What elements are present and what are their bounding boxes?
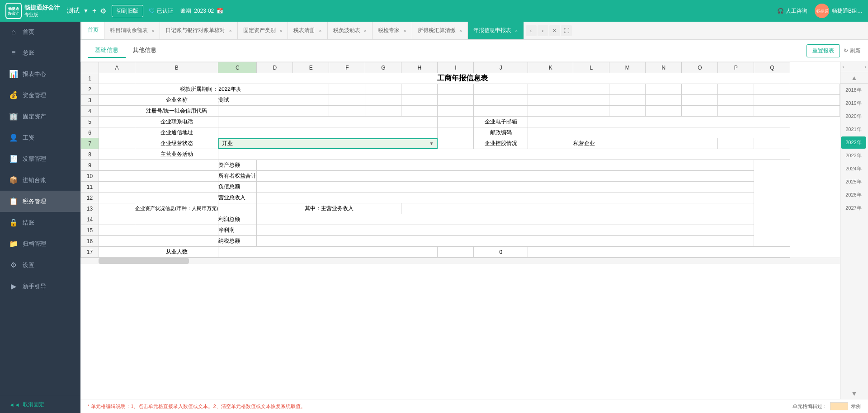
row-header-17[interactable]: 17 xyxy=(81,247,99,258)
sidebar-item-ledger[interactable]: ≡ 总账 xyxy=(0,42,80,63)
row-header-12[interactable]: 12 xyxy=(81,192,99,203)
scroll-down-btn[interactable]: ▼ xyxy=(840,388,868,399)
cell-title[interactable]: 工商年报信息表 xyxy=(135,73,790,84)
service-button[interactable]: 🎧 人工咨询 xyxy=(777,7,807,15)
cell-10d[interactable] xyxy=(257,171,754,182)
col-m[interactable]: M xyxy=(609,62,646,73)
cell-12a[interactable] xyxy=(99,192,135,203)
cell-14d[interactable] xyxy=(257,214,754,225)
sidebar-item-archive[interactable]: 📁 归档管理 xyxy=(0,233,80,254)
cell-6k[interactable] xyxy=(528,127,790,138)
cell-4p[interactable] xyxy=(754,106,790,117)
year-2027[interactable]: 2027年 xyxy=(841,202,866,214)
cell-16d[interactable] xyxy=(257,236,754,247)
sidebar-item-payroll[interactable]: 👤 工资 xyxy=(0,127,80,148)
cell-11d[interactable] xyxy=(257,182,754,192)
cell-6i[interactable] xyxy=(438,127,474,138)
col-q[interactable]: Q xyxy=(754,62,790,73)
cell-3j[interactable] xyxy=(528,95,573,106)
cell-3o[interactable] xyxy=(718,95,754,106)
cell-3m[interactable] xyxy=(646,95,682,106)
year-expand-left[interactable]: › xyxy=(842,64,844,70)
tab-taxcheck[interactable]: 税检专家 × xyxy=(373,22,412,40)
cell-4b[interactable]: 注册号/统一社会信用代码 xyxy=(135,106,218,117)
cell-9b[interactable] xyxy=(135,160,218,171)
cell-4h[interactable] xyxy=(438,106,474,117)
row-header-15[interactable]: 15 xyxy=(81,225,99,236)
cell-2b[interactable]: 税款所属期间： xyxy=(135,84,218,95)
old-version-button[interactable]: 切到旧版 xyxy=(112,5,143,17)
tab-basic[interactable]: 基础信息 xyxy=(88,43,126,58)
cell-17b[interactable]: 从业人数 xyxy=(135,247,218,258)
cell-3a[interactable] xyxy=(99,95,135,106)
calendar-icon[interactable]: 📅 xyxy=(217,8,223,14)
cell-17c[interactable] xyxy=(218,247,438,258)
row-header-2[interactable]: 2 xyxy=(81,84,99,95)
year-2018[interactable]: 2018年 xyxy=(841,84,866,96)
row-header-3[interactable]: 3 xyxy=(81,95,99,106)
cell-15c[interactable]: 净利润 xyxy=(218,225,257,236)
cell-7p[interactable] xyxy=(718,138,754,149)
cell-15b[interactable] xyxy=(135,225,218,236)
cell-3f[interactable] xyxy=(365,95,401,106)
cell-3e[interactable] xyxy=(329,95,365,106)
cell-3i[interactable] xyxy=(474,95,528,106)
cell-10b[interactable] xyxy=(135,171,218,182)
tab-close-taxreturn[interactable]: × xyxy=(319,28,321,33)
cell-3n[interactable] xyxy=(682,95,718,106)
cell-2e[interactable] xyxy=(329,84,365,95)
cell-2l[interactable] xyxy=(609,84,646,95)
row-header-8[interactable]: 8 xyxy=(81,149,99,160)
cell-3k[interactable] xyxy=(573,95,609,106)
cell-7b[interactable]: 企业经营状态 xyxy=(135,138,218,149)
tab-close-taxcheck[interactable]: × xyxy=(403,28,406,33)
cell-7i[interactable] xyxy=(438,138,474,149)
sidebar-item-home[interactable]: ⌂ 首页 xyxy=(0,22,80,42)
cell-1a[interactable] xyxy=(99,73,135,84)
cell-6a[interactable] xyxy=(99,127,135,138)
cell-12c[interactable]: 营业总收入 xyxy=(218,192,257,203)
cell-4g[interactable] xyxy=(401,106,438,117)
cell-9d[interactable] xyxy=(257,160,754,171)
row-header-16[interactable]: 16 xyxy=(81,236,99,247)
cell-10a[interactable] xyxy=(99,171,135,182)
cell-2o[interactable] xyxy=(718,84,754,95)
col-f[interactable]: F xyxy=(329,62,365,73)
user-menu[interactable]: 畅捷通 畅捷通B组… xyxy=(815,4,863,18)
row-header-1[interactable]: 1 xyxy=(81,73,99,84)
refresh-button[interactable]: ↻ 刷新 xyxy=(844,47,861,55)
row-header-4[interactable]: 4 xyxy=(81,106,99,117)
col-c[interactable]: C xyxy=(218,62,257,73)
row-header-14[interactable]: 14 xyxy=(81,214,99,225)
pin-button[interactable]: ◄◄ 取消固定 xyxy=(0,396,80,413)
cell-15a[interactable] xyxy=(99,225,135,236)
cell-8b[interactable]: 主营业务活动 xyxy=(135,149,218,160)
row-header-9[interactable]: 9 xyxy=(81,160,99,171)
row-header-13[interactable]: 13 xyxy=(81,203,99,214)
sidebar-item-reports[interactable]: 📊 报表中心 xyxy=(0,63,80,84)
cell-2m[interactable] xyxy=(646,84,682,95)
cell-3q[interactable] xyxy=(790,95,840,106)
col-g[interactable]: G xyxy=(365,62,401,73)
cell-13h[interactable] xyxy=(401,203,754,214)
cell-9c[interactable]: 资产总额 xyxy=(218,160,257,171)
cell-8c[interactable] xyxy=(218,149,790,160)
cell-5c[interactable] xyxy=(218,117,438,127)
cell-15d[interactable] xyxy=(257,225,754,236)
col-j[interactable]: J xyxy=(474,62,528,73)
sidebar-item-guide[interactable]: ▶ 新手引导 xyxy=(0,276,80,297)
cell-5k[interactable] xyxy=(528,117,790,127)
cell-9a[interactable] xyxy=(99,160,135,171)
col-e[interactable]: E xyxy=(293,62,329,73)
cell-4i[interactable] xyxy=(474,106,528,117)
add-button[interactable]: + xyxy=(92,7,96,15)
cell-2k[interactable] xyxy=(573,84,609,95)
horizontal-scrollbar[interactable] xyxy=(80,258,840,264)
sidebar-item-funds[interactable]: 💰 资金管理 xyxy=(0,84,80,106)
cell-16a[interactable] xyxy=(99,236,135,247)
year-2020[interactable]: 2020年 xyxy=(841,110,866,122)
cell-4n[interactable] xyxy=(682,106,718,117)
cell-2a[interactable] xyxy=(99,84,135,95)
cell-7l[interactable]: 私营企业 xyxy=(573,138,718,149)
sidebar-item-invoice[interactable]: 🧾 发票管理 xyxy=(0,148,80,169)
